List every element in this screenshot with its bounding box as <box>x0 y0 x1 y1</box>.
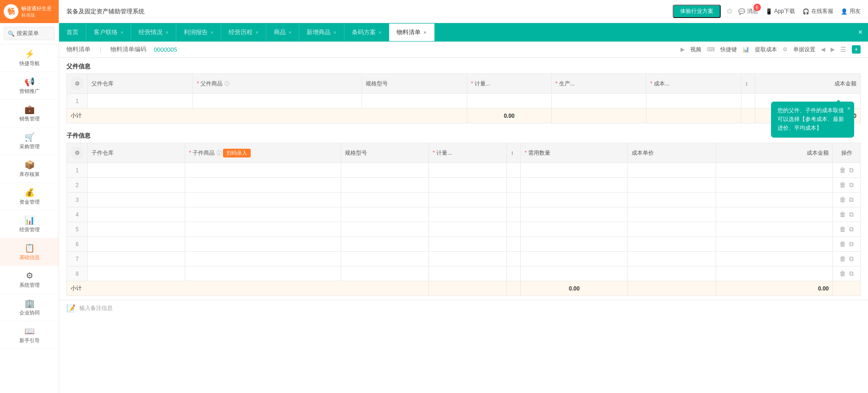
tab-customers[interactable]: 客户联络 × <box>86 24 131 41</box>
child-product-cell-4[interactable] <box>185 207 341 222</box>
child-unit-cell-5[interactable] <box>429 222 507 237</box>
parent-production-cell-1[interactable] <box>551 94 646 109</box>
child-warehouse-cell-8[interactable] <box>88 266 185 281</box>
delete-row-button-7[interactable]: 🗑 <box>839 255 846 262</box>
scan-input-button[interactable]: 扫码录入 <box>223 149 251 157</box>
delete-row-button-2[interactable]: 🗑 <box>839 181 846 188</box>
cost-button[interactable]: 提取成本 <box>755 46 777 54</box>
delete-row-button-6[interactable]: 🗑 <box>839 240 846 248</box>
copy-row-button-5[interactable]: ⧉ <box>849 225 854 233</box>
child-warehouse-cell-1[interactable] <box>88 163 185 178</box>
sidebar-item-quick-nav[interactable]: ⚡ 快捷导航 <box>0 44 59 72</box>
child-warehouse-cell-3[interactable] <box>88 193 185 207</box>
copy-row-button-4[interactable]: ⧉ <box>849 211 854 218</box>
child-product-cell-8[interactable] <box>185 266 341 281</box>
close-customers-tab[interactable]: × <box>121 30 123 35</box>
child-product-cell-1[interactable] <box>185 163 341 178</box>
parent-cost-cell-1[interactable] <box>646 94 741 109</box>
child-product-cell-6[interactable] <box>185 237 341 252</box>
sidebar-item-enterprise[interactable]: 🏢 企业协同 <box>0 294 59 321</box>
delete-row-button-8[interactable]: 🗑 <box>839 270 846 277</box>
close-barcode-tab[interactable]: × <box>379 30 381 35</box>
app-download-button[interactable]: 📱 App下载 <box>766 7 795 15</box>
child-unit-cell-2[interactable] <box>429 178 507 193</box>
tab-home[interactable]: 首页 <box>59 24 86 41</box>
close-new-products-tab[interactable]: × <box>333 30 336 35</box>
child-unit-cell-8[interactable] <box>429 266 507 281</box>
delete-row-button-5[interactable]: 🗑 <box>839 225 846 233</box>
sidebar-item-guide[interactable]: 📖 新手引导 <box>0 321 59 349</box>
sidebar-item-operations[interactable]: 📊 经营管理 <box>0 211 59 238</box>
child-unit-price-cell-8[interactable] <box>628 266 716 281</box>
search-menu-button[interactable]: 🔍 搜索菜单 <box>4 27 55 40</box>
copy-row-button-1[interactable]: ⧉ <box>849 166 854 174</box>
nav-next-button[interactable]: ▶ <box>831 46 835 53</box>
child-th-settings[interactable]: ⚙ <box>67 143 88 163</box>
sidebar-item-basic-info[interactable]: 📋 基础信息 <box>0 238 59 266</box>
video-button[interactable]: 视频 <box>690 46 701 54</box>
tooltip-close-button[interactable]: × <box>847 104 850 113</box>
child-unit-price-cell-6[interactable] <box>628 237 716 252</box>
copy-row-button-8[interactable]: ⧉ <box>849 270 854 277</box>
child-unit-cell-6[interactable] <box>429 237 507 252</box>
child-unit-price-cell-5[interactable] <box>628 222 716 237</box>
child-quantity-cell-7[interactable] <box>521 252 628 266</box>
user-avatar[interactable]: 👤 用友 <box>841 7 861 15</box>
trial-badge-button[interactable]: 体验行业方案 <box>673 5 721 18</box>
child-unit-price-cell-7[interactable] <box>628 252 716 266</box>
child-spec-cell-7[interactable] <box>341 252 429 266</box>
child-product-cell-3[interactable] <box>185 193 341 207</box>
sidebar-item-system[interactable]: ⚙ 系统管理 <box>0 266 59 294</box>
note-placeholder[interactable]: 输入备注信息 <box>79 304 113 312</box>
child-spec-cell-8[interactable] <box>341 266 429 281</box>
tab-bom[interactable]: 物料清单 × <box>389 24 434 41</box>
list-view-button[interactable]: ☰ <box>840 46 846 53</box>
child-warehouse-cell-4[interactable] <box>88 207 185 222</box>
child-settings-icon[interactable]: ⚙ <box>71 146 84 159</box>
tab-history[interactable]: 经营历程 × <box>221 24 266 41</box>
tab-operations[interactable]: 经营情况 × <box>131 24 176 41</box>
child-quantity-cell-8[interactable] <box>521 266 628 281</box>
child-unit-cell-4[interactable] <box>429 207 507 222</box>
child-spec-cell-5[interactable] <box>341 222 429 237</box>
child-unit-cell-7[interactable] <box>429 252 507 266</box>
child-product-cell-7[interactable] <box>185 252 341 266</box>
child-unit-cell-1[interactable] <box>429 163 507 178</box>
sidebar-item-sales[interactable]: 💼 销售管理 <box>0 100 59 127</box>
child-unit-cell-3[interactable] <box>429 193 507 207</box>
sidebar-item-inventory[interactable]: 📦 库存核算 <box>0 155 59 183</box>
child-unit-price-cell-2[interactable] <box>628 178 716 193</box>
child-spec-cell-1[interactable] <box>341 163 429 178</box>
delete-row-button-4[interactable]: 🗑 <box>839 211 846 218</box>
child-unit-price-cell-4[interactable] <box>628 207 716 222</box>
sidebar-search-area[interactable]: 🔍 搜索菜单 <box>0 23 59 44</box>
shortcut-button[interactable]: 快捷键 <box>720 46 737 54</box>
child-product-cell-2[interactable] <box>185 178 341 193</box>
child-quantity-cell-2[interactable] <box>521 178 628 193</box>
parent-th-settings[interactable]: ⚙ <box>67 74 88 94</box>
close-operations-tab[interactable]: × <box>165 30 168 35</box>
message-button[interactable]: 💬 消息 6 <box>738 7 758 15</box>
child-quantity-cell-5[interactable] <box>521 222 628 237</box>
tab-products[interactable]: 商品 × <box>266 24 299 41</box>
nav-prev-button[interactable]: ◀ <box>821 46 825 53</box>
parent-spec-cell-1[interactable] <box>362 94 467 109</box>
child-spec-cell-6[interactable] <box>341 237 429 252</box>
parent-warehouse-cell-1[interactable] <box>88 94 193 109</box>
copy-row-button-3[interactable]: ⧉ <box>849 196 854 203</box>
new-button[interactable]: + <box>852 45 861 54</box>
copy-row-button-7[interactable]: ⧉ <box>849 255 854 262</box>
child-quantity-cell-3[interactable] <box>521 193 628 207</box>
sidebar-item-finance[interactable]: 💰 资金管理 <box>0 183 59 211</box>
child-unit-price-cell-3[interactable] <box>628 193 716 207</box>
online-service-button[interactable]: 🎧 在线客服 <box>802 7 833 15</box>
close-products-tab[interactable]: × <box>289 30 291 35</box>
child-spec-cell-4[interactable] <box>341 207 429 222</box>
tab-new-products[interactable]: 新增商品 × <box>299 24 344 41</box>
copy-row-button-2[interactable]: ⧉ <box>849 181 854 188</box>
delete-row-button-3[interactable]: 🗑 <box>839 196 846 203</box>
child-warehouse-cell-6[interactable] <box>88 237 185 252</box>
child-quantity-cell-1[interactable] <box>521 163 628 178</box>
close-bom-tab[interactable]: × <box>423 30 426 35</box>
breadcrumb[interactable]: 物料清单 <box>66 45 90 54</box>
